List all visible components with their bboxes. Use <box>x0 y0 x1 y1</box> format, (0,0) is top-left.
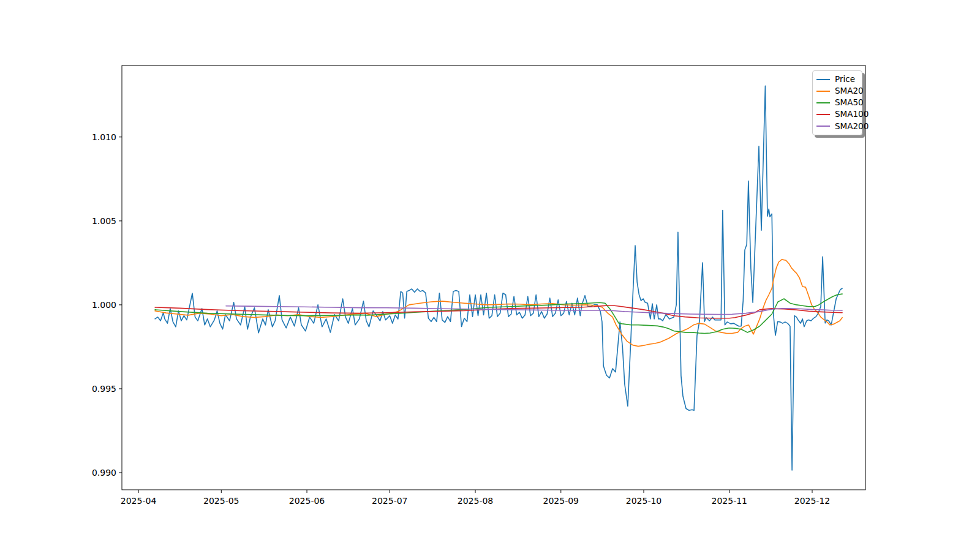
legend-label-price: Price <box>835 75 855 84</box>
legend-item-sma200: SMA200 <box>816 121 858 132</box>
legend-label-sma100: SMA100 <box>835 110 869 119</box>
y-tick-label: 0.995 <box>92 384 116 394</box>
x-tick-label: 2025-11 <box>712 496 748 506</box>
sma50-line-sample-icon <box>816 102 830 103</box>
x-tick-label: 2025-09 <box>543 496 579 506</box>
y-tick-label: 1.010 <box>92 132 116 142</box>
sma20-line-sample-icon <box>816 91 830 92</box>
legend-label-sma50: SMA50 <box>835 99 864 107</box>
legend-item-sma100: SMA100 <box>816 109 858 121</box>
x-tick-label: 2025-08 <box>458 496 494 506</box>
legend-item-price: Price <box>816 73 858 85</box>
sma100-line-sample-icon <box>816 114 830 115</box>
y-tick-label: 1.000 <box>92 300 116 310</box>
legend-item-sma50: SMA50 <box>816 97 858 108</box>
price-line <box>155 86 842 470</box>
x-tick-label: 2025-07 <box>372 496 408 506</box>
x-tick-label: 2025-10 <box>626 496 662 506</box>
x-tick-label: 2025-05 <box>203 496 239 506</box>
y-tick-label: 1.005 <box>92 216 116 226</box>
figure: 2025-042025-052025-062025-072025-082025-… <box>0 0 980 551</box>
x-tick-label: 2025-04 <box>121 496 157 506</box>
y-tick-label: 0.990 <box>92 468 116 478</box>
x-tick-label: 2025-06 <box>289 496 325 506</box>
legend-item-sma20: SMA20 <box>816 85 858 97</box>
legend: Price SMA20 SMA50 SMA100 SMA200 <box>812 70 862 135</box>
sma20-line <box>155 260 842 347</box>
x-tick-label: 2025-12 <box>794 496 831 506</box>
sma200-line-sample-icon <box>816 126 830 127</box>
legend-label-sma200: SMA200 <box>835 122 869 131</box>
legend-label-sma20: SMA20 <box>835 87 864 96</box>
price-line-sample-icon <box>816 79 830 80</box>
